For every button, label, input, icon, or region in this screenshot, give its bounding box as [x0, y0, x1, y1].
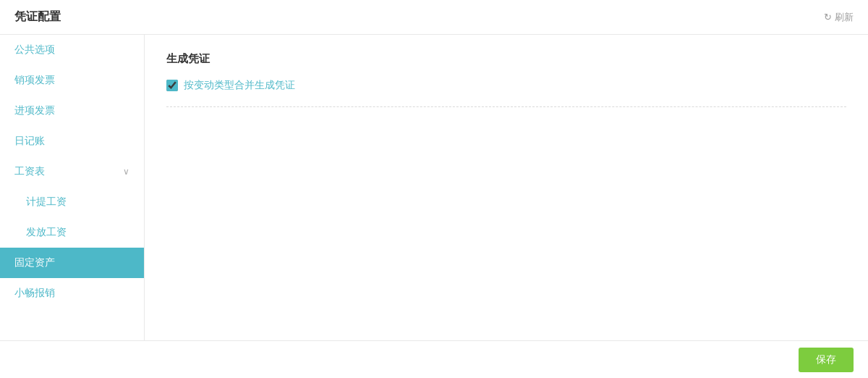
refresh-button[interactable]: ↻ 刷新 — [824, 11, 854, 24]
sidebar-item-journal[interactable]: 日记账 — [0, 126, 144, 156]
merge-checkbox[interactable] — [166, 80, 178, 91]
checkbox-row: 按变动类型合并生成凭证 — [166, 79, 846, 92]
refresh-icon: ↻ — [824, 12, 832, 22]
main-content: 生成凭证 按变动类型合并生成凭证 — [145, 35, 868, 340]
page-wrapper: 凭证配置 ↻ 刷新 公共选项 销项发票 进项发票 日记账 工资表 ∨ — [0, 0, 868, 378]
sidebar-item-expense-report[interactable]: 小畅报销 — [0, 278, 144, 308]
refresh-label: 刷新 — [835, 11, 854, 24]
page-header: 凭证配置 ↻ 刷新 — [0, 0, 868, 35]
chevron-down-icon: ∨ — [123, 167, 129, 177]
sidebar: 公共选项 销项发票 进项发票 日记账 工资表 ∨ 计提工资 发放工资 固定资 — [0, 35, 145, 340]
save-button[interactable]: 保存 — [799, 348, 854, 372]
section-title: 生成凭证 — [166, 52, 846, 66]
page-title: 凭证配置 — [14, 9, 61, 25]
page-footer: 保存 — [0, 340, 868, 378]
sidebar-item-pay-salary[interactable]: 发放工资 — [0, 217, 144, 248]
merge-checkbox-label[interactable]: 按变动类型合并生成凭证 — [184, 79, 295, 92]
sidebar-item-payroll[interactable]: 工资表 ∨ — [0, 156, 144, 187]
sidebar-item-advance-salary[interactable]: 计提工资 — [0, 187, 144, 217]
sidebar-item-fixed-assets[interactable]: 固定资产 — [0, 248, 144, 278]
sidebar-item-public-options[interactable]: 公共选项 — [0, 35, 144, 65]
section-divider — [166, 106, 846, 107]
sidebar-item-sales-invoice[interactable]: 销项发票 — [0, 65, 144, 96]
body-layout: 公共选项 销项发票 进项发票 日记账 工资表 ∨ 计提工资 发放工资 固定资 — [0, 35, 868, 340]
sidebar-item-purchase-invoice[interactable]: 进项发票 — [0, 96, 144, 126]
